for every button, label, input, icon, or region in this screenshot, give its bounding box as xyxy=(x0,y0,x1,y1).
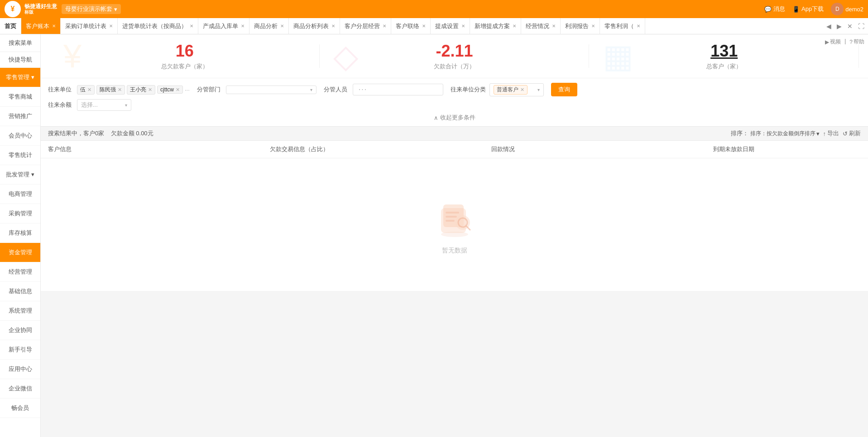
remove-tag-wang[interactable]: ✕ xyxy=(148,87,152,93)
help-btn[interactable]: ? 帮助 xyxy=(849,38,864,46)
close-tab-icon[interactable]: ✕ xyxy=(52,24,56,28)
export-btn[interactable]: ↑ 导出 xyxy=(823,129,839,138)
table-header: 客户信息 欠款交易信息（占比） 回款情况 到期未放款日期 xyxy=(41,141,868,158)
sidebar-item-app-center[interactable]: 应用中心 xyxy=(0,360,40,379)
tab-promote-settings[interactable]: 提成设置 ✕ xyxy=(431,18,470,34)
close-tab-icon[interactable]: ✕ xyxy=(591,24,595,28)
empty-state: 暂无数据 xyxy=(41,158,868,291)
help-icon: ? xyxy=(849,39,853,45)
account-selector[interactable]: 母婴行业演示帐套 ▾ xyxy=(62,4,121,14)
top-bar: ¥ 畅捷通好生意 标版 母婴行业演示帐套 ▾ 💬 消息 📱 App下载 D xyxy=(0,0,868,18)
tab-maximize-icon[interactable]: ⛶ xyxy=(856,22,866,31)
app-download-btn[interactable]: 📱 App下载 xyxy=(792,5,824,13)
filter-person-select[interactable]: ··· xyxy=(353,84,443,95)
stat-total-debtor: ¥ 16 总欠款客户（家） xyxy=(50,42,320,71)
col-header-repay: 回款情况 xyxy=(491,145,713,153)
search-button[interactable]: 查询 xyxy=(551,83,577,96)
filter-balance-select[interactable]: 选择... ▾ xyxy=(77,99,131,111)
close-tab-icon[interactable]: ✕ xyxy=(241,24,245,28)
filter-tag-wang: 王小亮 ✕ xyxy=(127,85,155,95)
sidebar-search[interactable]: 搜索菜单 xyxy=(0,34,40,52)
stat2-bg-icon: ◇ xyxy=(333,37,358,75)
sidebar-item-retail-stats[interactable]: 零售统计 xyxy=(0,146,40,165)
close-tab-icon[interactable]: ✕ xyxy=(331,24,335,28)
sidebar: 搜索菜单 快捷导航 零售管理 ▾ 零售商城 营销推广 会员中心 零售统计 xyxy=(0,34,41,437)
sidebar-item-inventory[interactable]: 库存核算 xyxy=(0,223,40,243)
tab-prev-icon[interactable]: ◀ xyxy=(825,22,833,31)
filter-dept-select[interactable]: ▾ xyxy=(226,86,317,94)
sidebar-item-system-mgmt[interactable]: 系统管理 xyxy=(0,301,40,321)
tab-operations[interactable]: 经营情况 ✕ xyxy=(521,18,561,34)
sidebar-item-retail-mgmt[interactable]: 零售管理 ▾ xyxy=(0,68,40,87)
close-tab-icon[interactable]: ✕ xyxy=(383,24,386,28)
tab-customer-connect[interactable]: 客户联络 ✕ xyxy=(391,18,431,34)
tab-profit-report[interactable]: 利润报告 ✕ xyxy=(561,18,600,34)
tab-incoming-stats[interactable]: 进货单统计表（按商品） ✕ xyxy=(118,18,198,34)
chevron-down-icon: ▾ xyxy=(31,171,34,178)
remove-tag-wu[interactable]: ✕ xyxy=(87,87,91,93)
sort-control: 排序： 排序：按欠款金额倒序排序 ▾ xyxy=(731,129,820,138)
col-header-date: 到期未放款日期 xyxy=(713,145,861,153)
close-tab-icon[interactable]: ✕ xyxy=(513,24,516,28)
close-tab-icon[interactable]: ✕ xyxy=(422,24,426,28)
message-btn[interactable]: 💬 消息 xyxy=(764,5,785,13)
refresh-btn[interactable]: ↺ 刷新 xyxy=(843,129,861,138)
results-actions: 排序： 排序：按欠款金额倒序排序 ▾ ↑ 导出 ↺ 刷新 xyxy=(731,129,861,138)
remove-tag-cjttcw[interactable]: ✕ xyxy=(176,87,180,93)
filter-label-balance: 往来余额 xyxy=(48,101,73,109)
sidebar-item-marketing[interactable]: 营销推广 xyxy=(0,107,40,126)
tab-customer-book[interactable]: 客户账本 ✕ xyxy=(21,18,61,34)
stat3-bg-icon: ▦ xyxy=(603,37,633,75)
sort-select[interactable]: 排序：按欠款金额倒序排序 ▾ xyxy=(750,130,820,138)
filter-category-select[interactable]: 普通客户 ✕ ▾ xyxy=(489,83,544,96)
tab-customer-segment[interactable]: 客户分层经营 ✕ xyxy=(340,18,391,34)
sidebar-item-basic-info[interactable]: 基础信息 xyxy=(0,282,40,301)
close-tab-icon[interactable]: ✕ xyxy=(190,24,193,28)
sidebar-item-capital-mgmt[interactable]: 资金管理 xyxy=(0,243,40,262)
close-tab-icon[interactable]: ✕ xyxy=(552,24,556,28)
tab-production-inbound[interactable]: 产成品入库单 ✕ xyxy=(198,18,249,34)
user-profile-btn[interactable]: D demo2 xyxy=(831,3,863,15)
sidebar-item-member-center[interactable]: 会员中心 xyxy=(0,126,40,146)
tab-purchase-order[interactable]: 采购订单统计表 ✕ xyxy=(61,18,118,34)
stat1-label: 总欠款客户（家） xyxy=(161,62,208,71)
remove-tag-normal-customer[interactable]: ✕ xyxy=(520,87,524,93)
main-area: 搜索菜单 快捷导航 零售管理 ▾ 零售商城 营销推广 会员中心 零售统计 xyxy=(0,34,868,437)
sidebar-item-ecommerce[interactable]: 电商管理 xyxy=(0,185,40,204)
filter-more-btn[interactable]: ··· xyxy=(185,86,190,93)
tab-goods-analysis[interactable]: 商品分析 ✕ xyxy=(249,18,289,34)
stats-bar: ¥ 16 总欠款客户（家） ◇ -2.11 欠款合计（万） ▦ 131 总客户（… xyxy=(41,34,868,78)
close-tab-icon[interactable]: ✕ xyxy=(461,24,465,28)
filter-collapse-btn[interactable]: ∧ 收起更多条件 xyxy=(48,114,861,122)
sidebar-item-new-guide[interactable]: 新手引导 xyxy=(0,340,40,360)
svg-rect-3 xyxy=(446,212,459,214)
tab-close-all-icon[interactable]: ✕ xyxy=(845,22,854,31)
filter-label-category: 往来单位分类 xyxy=(451,86,486,94)
tab-goods-analysis-list[interactable]: 商品分析列表 ✕ xyxy=(289,18,340,34)
filter-person-dots[interactable]: ··· xyxy=(359,86,367,94)
filter-tag-normal-customer: 普通客户 ✕ xyxy=(494,85,528,95)
content-area: ¥ 16 总欠款客户（家） ◇ -2.11 欠款合计（万） ▦ 131 总客户（… xyxy=(41,34,868,437)
download-icon: 📱 xyxy=(792,6,800,13)
tab-retail-profit[interactable]: 零售利润（ ✕ xyxy=(600,18,645,34)
tab-new-promotion[interactable]: 新增提成方案 ✕ xyxy=(470,18,521,34)
remove-tag-chen[interactable]: ✕ xyxy=(118,87,122,93)
filter-unit-tags: 伍 ✕ 陈民强 ✕ 王小亮 ✕ cjttcw ✕ xyxy=(77,85,190,95)
close-tab-icon[interactable]: ✕ xyxy=(637,24,640,28)
results-bar: 搜索结果中，客户0家 欠款金额 0.00元 排序： 排序：按欠款金额倒序排序 ▾… xyxy=(41,126,868,141)
sidebar-item-enterprise-wechat[interactable]: 企业微信 xyxy=(0,379,40,399)
sidebar-item-purchase-mgmt[interactable]: 采购管理 xyxy=(0,204,40,223)
tab-home[interactable]: 首页 xyxy=(0,18,21,34)
tab-next-icon[interactable]: ▶ xyxy=(835,22,844,31)
stat3-value: 131 xyxy=(710,42,738,61)
sidebar-item-vip-member[interactable]: 畅会员 xyxy=(0,399,40,418)
video-btn[interactable]: ▶ 视频 xyxy=(825,38,841,46)
sidebar-item-wholesale-mgmt[interactable]: 批发管理 ▾ xyxy=(0,165,40,185)
sidebar-item-retail-mall[interactable]: 零售商城 xyxy=(0,87,40,107)
filter-label-dept: 分管部门 xyxy=(197,86,222,94)
sidebar-item-enterprise-collab[interactable]: 企业协同 xyxy=(0,321,40,340)
close-tab-icon[interactable]: ✕ xyxy=(280,24,284,28)
sidebar-item-operations-mgmt[interactable]: 经营管理 xyxy=(0,262,40,282)
sidebar-quick-nav[interactable]: 快捷导航 xyxy=(0,52,40,68)
close-tab-icon[interactable]: ✕ xyxy=(109,24,113,28)
